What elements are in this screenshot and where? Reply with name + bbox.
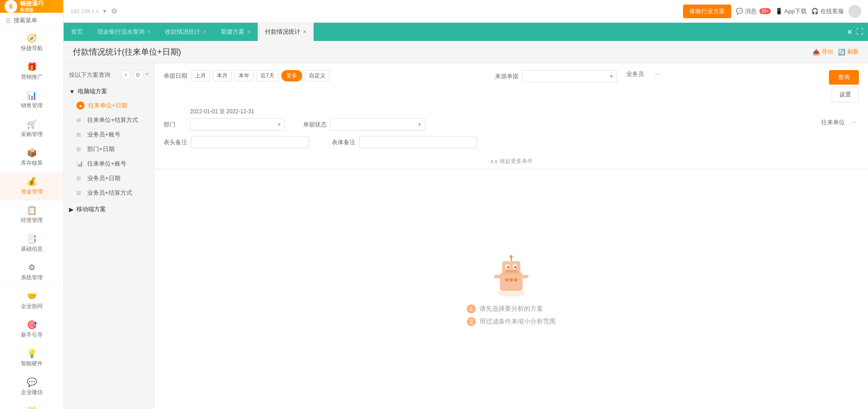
staff-select-dots[interactable]: ··· [653,70,663,78]
scheme-unit-date-label: 往来单位+日期 [88,101,127,110]
scheme-item-unit-account[interactable]: 📊 往来单位+账号 [64,157,154,171]
voucher-status-filter-label: 单据状态 [303,121,327,129]
collapse-more-btn[interactable]: ∧∧ 收起更多条件 [490,157,533,165]
mobile-group-title[interactable]: ▶ 移动端方案 [64,202,154,216]
sidebar-search[interactable]: ☰ 搜索菜单 [0,13,63,29]
sidebar-item-system[interactable]: ⚙ 系统管理 [0,258,63,287]
sidebar-item-member[interactable]: 👑 畅会员 [0,401,63,409]
page-title: 付款情况统计(往来单位+日期) [73,46,181,57]
date-btn-7days[interactable]: 近7天 [256,70,279,81]
messages-btn[interactable]: 💬 消息 99+ [736,7,771,15]
scheme-item-staff-settle[interactable]: ⊞ 业务员+结算方式 [64,186,154,200]
date-btn-custom[interactable]: 自定义 [305,70,329,81]
scheme-staff-account-label: 业务员+账号 [87,131,120,139]
voucher-status-select[interactable]: ▾ [330,118,425,131]
sidebar-item-collab[interactable]: 🤝 企业协同 [0,287,63,315]
messages-label: 消息 [745,7,757,15]
scheme-item-staff-account[interactable]: ⊞ 业务员+账号 [64,127,154,142]
sidebar-item-quicknav[interactable]: 🧭 快捷导航 [0,29,63,57]
tab-payments-close[interactable]: × [303,29,306,35]
dept-select[interactable]: ▾ [190,118,285,131]
refresh-btn[interactable]: 🔄 刷新 [838,48,859,56]
topbar-dropdown-icon[interactable]: ▾ [103,8,106,15]
scheme-settings-icon: ⚙ [135,72,140,78]
sidebar-item-operation[interactable]: 📋 经营管理 [0,201,63,229]
headset-icon: 🎧 [811,8,818,15]
tab-payments[interactable]: 付款情况统计 × [258,23,314,41]
export-btn[interactable]: 📤 导出 [813,48,833,56]
export-icon: 📤 [813,49,820,56]
scheme-item-dept-date[interactable]: ⊞ 部门+日期 [64,142,154,157]
page-actions: 📤 导出 🔄 刷新 [813,48,859,56]
app-download-btn[interactable]: 📱 App下载 [775,7,807,15]
date-btn-last-month[interactable]: 上月 [191,70,210,81]
tab-cashflow-close[interactable]: × [147,29,150,35]
sidebar-item-guide[interactable]: 🎯 新手引导 [0,315,63,344]
sidebar-item-finance[interactable]: 💰 资金管理 [0,172,63,201]
system-label: 系统管理 [21,274,43,282]
dept-arrow-icon: ▾ [274,121,284,128]
body-note-input[interactable] [359,136,477,148]
scheme-collapse-btn[interactable]: « [145,70,149,80]
scheme-grid-icon-4: ⊞ [76,175,84,182]
full-content: 单据日期 上月 本月 本年 近7天 更多 自定义 来源单据 [155,63,868,409]
date-btn-this-month[interactable]: 本月 [213,70,232,81]
related-unit-dots[interactable]: ··· [848,118,859,126]
tab-cashflow[interactable]: 现金银行流水查询 × [90,23,158,41]
filter-staff-item: 业务员 ··· [626,70,663,78]
sidebar-item-marketing[interactable]: 🎁 营销推广 [0,57,63,86]
query-btn[interactable]: 查询 [829,70,859,85]
sidebar-item-sales[interactable]: 📊 销售管理 [0,86,63,115]
scheme-settings-btn[interactable]: ⚙ [133,70,143,80]
collapse-btn-label: 收起更多条件 [500,157,533,165]
svg-point-9 [505,278,509,282]
voucher-status-arrow-icon: ▾ [414,121,425,128]
tab-close-all-icon[interactable]: ✕ [847,28,853,36]
header-note-input[interactable] [191,136,309,148]
search-menu-label: 搜索菜单 [14,16,37,25]
sidebar: 6 畅捷通巧 标准版 ☰ 搜索菜单 🧭 快捷导航 🎁 营销推广 📊 销售管理 🛒… [0,0,64,409]
topbar-settings-icon[interactable]: ⚙ [111,7,117,15]
empty-tip-2: 2 用过滤条件来缩小分析范围 [467,317,556,326]
source-select[interactable]: ▾ [522,70,617,82]
tab-newplan[interactable]: 新建方案 × [214,23,258,41]
scheme-panel-title: 按以下方案查询 [69,71,110,79]
body-note-label: 表体备注 [332,138,355,146]
scheme-item-unit-settle[interactable]: ⊞ 往来单位+结算方式 [64,113,154,127]
weapp-label: 企业微信 [21,389,43,396]
sidebar-item-weapp[interactable]: 💬 企业微信 [0,373,63,401]
date-btn-this-year[interactable]: 本年 [234,70,254,81]
trial-btn[interactable]: 体验行业方案 [683,5,731,18]
online-service-btn[interactable]: 🎧 在线客服 [811,7,844,15]
dept-input[interactable] [190,119,274,130]
scheme-staff-date-label: 业务员+日期 [87,174,120,182]
setting-btn[interactable]: 设置 [832,87,859,102]
sidebar-item-basic[interactable]: 📑 基础信息 [0,229,63,258]
tab-receipts-close[interactable]: × [203,29,206,35]
sidebar-item-inventory[interactable]: 📦 库存核算 [0,143,63,172]
sidebar-item-hardware[interactable]: 💡 智能硬件 [0,344,63,373]
sales-label: 销售管理 [21,102,43,110]
tab-maximize-icon[interactable]: ⛶ [856,28,863,36]
add-scheme-btn[interactable]: + [121,70,131,80]
user-avatar[interactable] [848,5,861,18]
scheme-grid-icon-1: ⊞ [76,117,84,123]
tab-receipts[interactable]: 收款情况统计 × [158,23,214,41]
scheme-item-staff-date[interactable]: ⊞ 业务员+日期 [64,171,154,186]
source-filter-label: 来源单据 [495,72,519,81]
tab-newplan-close[interactable]: × [247,29,250,35]
date-btn-more[interactable]: 更多 [281,70,302,81]
filter-row-2: 部门 ▾ 单据状态 ▾ 往来单位 [164,118,859,131]
tab-home[interactable]: 首页 [64,23,90,41]
scheme-panel-actions: + ⚙ « [121,70,149,80]
date-filter-label: 单据日期 [164,72,187,80]
voucher-status-input[interactable] [331,119,414,130]
desktop-group-title[interactable]: ▼ 电脑端方案 [64,85,154,98]
scheme-item-unit-date[interactable]: ● 往来单位+日期 [64,98,154,113]
breadcrumb-addr: 192.168.x.x [70,8,99,15]
source-input[interactable] [523,71,606,82]
basic-icon: 📑 [27,234,37,244]
sidebar-item-purchase[interactable]: 🛒 采购管理 [0,115,63,143]
dept-filter-label: 部门 [164,121,186,129]
guide-label: 新手引导 [21,331,43,339]
